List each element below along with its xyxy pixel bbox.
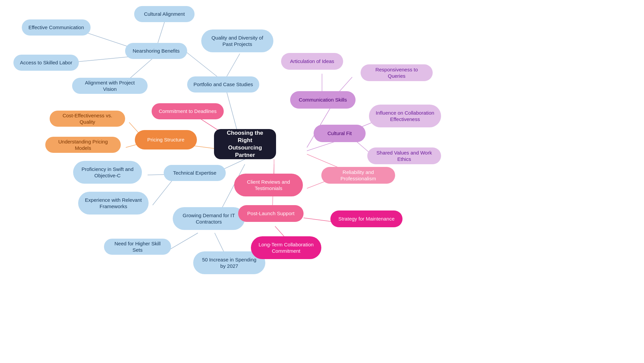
svg-line-14	[225, 54, 240, 79]
node-articulation-ideas[interactable]: Articulation of Ideas	[281, 53, 343, 70]
node-post-launch[interactable]: Post-Launch Support	[238, 205, 304, 222]
node-technical-expertise[interactable]: Technical Expertise	[164, 165, 226, 181]
node-experience-frameworks[interactable]: Experience with Relevant Frameworks	[78, 192, 149, 215]
node-nearshoring-benefits[interactable]: Nearshoring Benefits	[125, 43, 187, 59]
node-portfolio-case-studies[interactable]: Portfolio and Case Studies	[187, 76, 259, 93]
center-node[interactable]: Choosing the Right Outsourcing Partner	[214, 129, 276, 159]
node-pricing-structure[interactable]: Pricing Structure	[135, 130, 197, 149]
node-communication-skills[interactable]: Communication Skills	[290, 91, 356, 109]
node-client-reviews[interactable]: Client Reviews and Testimonials	[234, 174, 303, 196]
node-influence-collaboration[interactable]: Influence on Collaboration Effectiveness	[369, 105, 441, 127]
node-proficiency-swift[interactable]: Proficiency in Swift and Objective-C	[73, 161, 142, 184]
node-cost-effectiveness[interactable]: Cost-Effectiveness vs. Quality	[50, 111, 125, 127]
node-alignment-project-vision[interactable]: Alignment with Project Vision	[72, 78, 148, 94]
node-understanding-pricing[interactable]: Understanding Pricing Models	[45, 137, 121, 153]
node-shared-values[interactable]: Shared Values and Work Ethics	[367, 147, 441, 164]
svg-line-20	[169, 233, 198, 250]
node-cultural-alignment[interactable]: Cultural Alignment	[134, 6, 195, 22]
node-quality-diversity[interactable]: Quality and Diversity of Past Projects	[201, 29, 273, 52]
node-long-term[interactable]: Long-Term Collaboration Commitment	[251, 236, 321, 259]
node-responsiveness[interactable]: Responsiveness to Queries	[361, 64, 433, 81]
node-commitment-deadlines[interactable]: Commitment to Deadlines	[152, 103, 224, 119]
node-access-skilled-labor[interactable]: Access to Skilled Labor	[13, 55, 79, 71]
node-growing-demand[interactable]: Growing Demand for IT Contractors	[173, 207, 245, 230]
node-reliability[interactable]: Reliability and Professionalism	[321, 167, 395, 184]
svg-line-19	[153, 178, 174, 205]
node-need-higher-skills[interactable]: Need for Higher Skill Sets	[104, 239, 171, 255]
node-effective-communication[interactable]: Effective Communication	[22, 19, 91, 36]
node-strategy-maintenance[interactable]: Strategy for Maintenance	[330, 210, 402, 227]
node-cultural-fit[interactable]: Cultural Fit	[314, 125, 366, 142]
